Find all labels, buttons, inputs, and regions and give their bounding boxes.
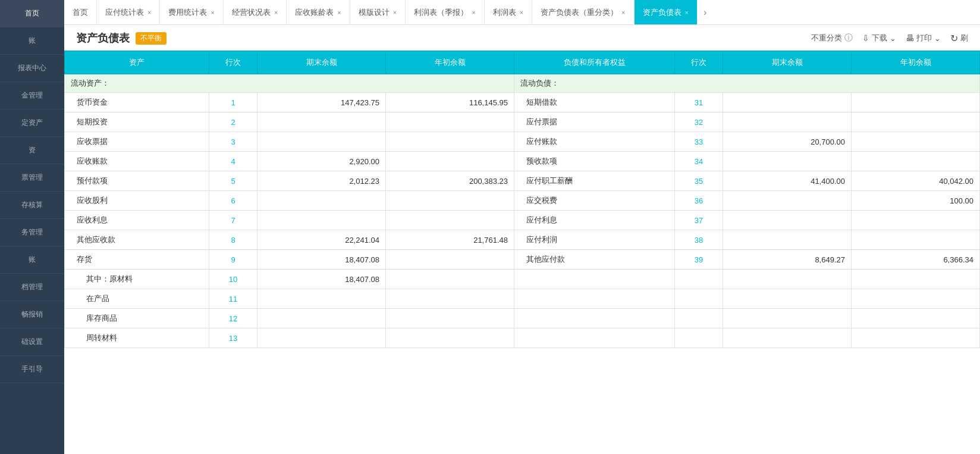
liability-label <box>514 270 675 289</box>
page-title: 资产负债表 <box>76 31 130 45</box>
asset-row-num: 13 <box>209 328 257 348</box>
page-title-area: 资产负债表 不平衡 <box>76 31 167 45</box>
asset-row-num: 4 <box>209 152 257 171</box>
asset-row-num: 1 <box>209 93 257 112</box>
liability-begin-balance: 100.00 <box>852 191 980 211</box>
close-tab-payable-stats[interactable]: × <box>147 9 151 16</box>
asset-end-balance: 22,241.04 <box>257 230 386 250</box>
col-header-asset: 资产 <box>65 51 209 74</box>
refresh-action[interactable]: ↻ 刷 <box>950 33 968 44</box>
sidebar-item-settings[interactable]: 础设置 <box>0 328 64 356</box>
asset-row-num: 3 <box>209 132 257 152</box>
print-action[interactable]: 🖶 打印 ⌄ <box>906 33 941 43</box>
liability-row-num: 38 <box>675 230 723 250</box>
tab-operation[interactable]: 经营状况表 × <box>224 0 287 25</box>
tab-scroll-right[interactable]: › <box>698 7 712 18</box>
liability-begin-balance <box>852 289 980 309</box>
liability-row-num: 31 <box>675 93 723 112</box>
col-header-row-num2: 行次 <box>675 51 723 74</box>
sidebar-item-expense[interactable]: 畅报销 <box>0 301 64 328</box>
close-tab-expense-stats[interactable]: × <box>211 9 214 16</box>
tab-balance[interactable]: 资产负债表 × <box>635 0 698 25</box>
close-tab-balance[interactable]: × <box>685 9 689 16</box>
refresh-label: 刷 <box>960 33 968 43</box>
liability-end-balance <box>723 230 852 250</box>
asset-label: 短期投资 <box>65 112 209 132</box>
asset-end-balance <box>257 132 386 152</box>
liability-row-num: 39 <box>675 250 723 270</box>
section-asset-label: 流动资产： <box>65 74 514 93</box>
download-action[interactable]: ⇩ 下载 ⌄ <box>862 33 896 43</box>
sidebar-item-guide[interactable]: 手引导 <box>0 356 64 383</box>
sidebar-item-bill[interactable]: 票管理 <box>0 164 64 192</box>
sidebar-item-fixed-assets[interactable]: 定资产 <box>0 109 64 137</box>
close-tab-receivable-aging[interactable]: × <box>337 9 341 16</box>
asset-end-balance <box>257 309 386 328</box>
asset-begin-balance <box>386 211 514 230</box>
tab-payable-stats[interactable]: 应付统计表 × <box>97 0 160 25</box>
sidebar-item-invest[interactable]: 资 <box>0 137 64 164</box>
close-tab-profit[interactable]: × <box>520 9 523 16</box>
col-header-liability: 负债和所有者权益 <box>514 51 675 74</box>
sidebar-item-fund[interactable]: 金管理 <box>0 82 64 109</box>
tab-profit[interactable]: 利润表 × <box>485 0 532 25</box>
asset-end-balance <box>257 211 386 230</box>
table-row: 应收账款 4 2,920.00 预收款项 34 <box>65 152 980 171</box>
tab-profit-quarterly[interactable]: 利润表（季报） × <box>406 0 484 25</box>
sidebar-item-report[interactable]: 报表中心 <box>0 55 64 82</box>
liability-label <box>514 289 675 309</box>
liability-row-num: 34 <box>675 152 723 171</box>
asset-end-balance <box>257 191 386 211</box>
liability-begin-balance <box>852 328 980 348</box>
asset-row-num: 10 <box>209 270 257 289</box>
liability-begin-balance: 40,042.00 <box>852 171 980 191</box>
print-icon: 🖶 <box>906 33 914 43</box>
close-tab-template-design[interactable]: × <box>393 9 397 16</box>
sidebar-item-inventory[interactable]: 存核算 <box>0 192 64 219</box>
liability-row-num <box>675 328 723 348</box>
sidebar-item-ledger[interactable]: 账 <box>0 246 64 274</box>
asset-begin-balance <box>386 328 514 348</box>
liability-row-num: 37 <box>675 211 723 230</box>
liability-row-num: 33 <box>675 132 723 152</box>
liability-label: 预收款项 <box>514 152 675 171</box>
liability-row-num: 35 <box>675 171 723 191</box>
liability-label: 其他应付款 <box>514 250 675 270</box>
liability-begin-balance <box>852 152 980 171</box>
asset-begin-balance <box>386 132 514 152</box>
main-area: 首页 应付统计表 × 费用统计表 × 经营状况表 × 应收账龄表 × 模版设计 … <box>64 0 980 454</box>
tab-home[interactable]: 首页 <box>64 0 97 25</box>
liability-begin-balance <box>852 112 980 132</box>
asset-row-num: 7 <box>209 211 257 230</box>
asset-label: 存货 <box>65 250 209 270</box>
sidebar-item-home[interactable]: 首页 <box>0 0 64 27</box>
asset-begin-balance <box>386 250 514 270</box>
col-header-begin-balance2: 年初余额 <box>852 51 980 74</box>
col-header-end-balance2: 期末余额 <box>723 51 852 74</box>
tab-balance-reclassify[interactable]: 资产负债表（重分类） × <box>532 0 634 25</box>
col-header-row-num: 行次 <box>209 51 257 74</box>
asset-end-balance <box>257 112 386 132</box>
asset-label: 应收股利 <box>65 191 209 211</box>
section-liability-label: 流动负债： <box>514 74 980 93</box>
tab-template-design[interactable]: 模版设计 × <box>350 0 406 25</box>
tab-receivable-aging[interactable]: 应收账龄表 × <box>287 0 350 25</box>
asset-end-balance: 147,423.75 <box>257 93 386 112</box>
sidebar-item-tax[interactable]: 务管理 <box>0 219 64 246</box>
help-icon: ⓘ <box>844 33 853 43</box>
tab-bar: 首页 应付统计表 × 费用统计表 × 经营状况表 × 应收账龄表 × 模版设计 … <box>64 0 980 25</box>
asset-begin-balance <box>386 289 514 309</box>
table-row: 其他应收款 8 22,241.04 21,761.48 应付利润 38 <box>65 230 980 250</box>
tab-expense-stats[interactable]: 费用统计表 × <box>160 0 223 25</box>
col-header-end-balance: 期末余额 <box>257 51 386 74</box>
sidebar-item-archive[interactable]: 档管理 <box>0 274 64 301</box>
liability-row-num: 36 <box>675 191 723 211</box>
asset-label: 其他应收款 <box>65 230 209 250</box>
sidebar-item-account[interactable]: 账 <box>0 27 64 55</box>
asset-row-num: 2 <box>209 112 257 132</box>
close-tab-operation[interactable]: × <box>274 9 278 16</box>
not-reclassify-action[interactable]: 不重分类 ⓘ <box>811 33 853 43</box>
liability-label: 应付职工薪酬 <box>514 171 675 191</box>
close-tab-profit-quarterly[interactable]: × <box>472 9 475 16</box>
close-tab-balance-reclassify[interactable]: × <box>621 9 625 16</box>
